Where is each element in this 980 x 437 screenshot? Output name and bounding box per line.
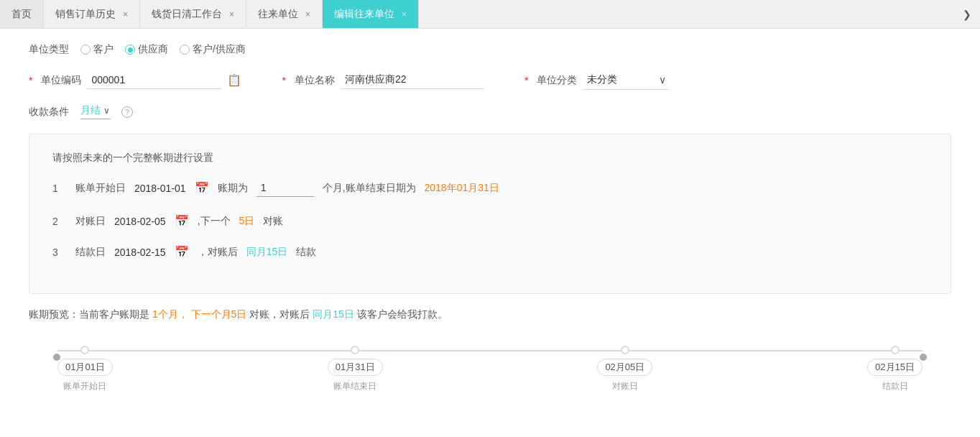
radio-customer[interactable]: 客户 — [80, 43, 114, 56]
required-star: * — [524, 75, 528, 86]
tab-sales-history-label: 销售订单历史 — [55, 8, 116, 21]
tab-home[interactable]: 首页 — [0, 0, 44, 28]
reconcile-date-value: 2018-02-05 — [114, 216, 166, 227]
point-circle-3 — [621, 346, 629, 354]
calendar-icon-1[interactable]: 📅 — [195, 181, 209, 195]
timeline-start-dot — [53, 354, 60, 361]
unit-name-input[interactable] — [341, 71, 484, 89]
unit-category-group: * 单位分类 未分类 ∨ — [524, 70, 669, 90]
radio-supplier-label: 供应商 — [138, 43, 168, 56]
payment-day-highlight: 同月15日 — [246, 246, 288, 259]
unit-code-input[interactable] — [87, 71, 221, 89]
close-icon[interactable]: × — [402, 9, 407, 19]
timeline-end-dot — [920, 354, 927, 361]
calendar-icon-2[interactable]: 📅 — [175, 214, 189, 228]
period-title: 请按照未来的一个完整帐期进行设置 — [52, 152, 928, 165]
close-icon[interactable]: × — [123, 9, 128, 19]
tab-sales-history[interactable]: 销售订单历史 × — [44, 0, 140, 28]
unit-code-group: * 单位编码 📋 — [29, 71, 241, 89]
payment-terms-value: 月结 — [80, 104, 101, 117]
close-icon[interactable]: × — [229, 9, 234, 19]
required-star: * — [282, 75, 285, 86]
tab-edit-partner-label: 编辑往来单位 — [334, 8, 394, 21]
point-label-2: 01月31日 — [328, 359, 383, 376]
reconcile-day-highlight: 5日 — [239, 215, 255, 228]
calendar-icon-3[interactable]: 📅 — [175, 245, 189, 259]
timeline-point-3: 02月05日 对账日 — [597, 346, 652, 392]
timeline-point-1: 01月01日 账单开始日 — [57, 346, 113, 392]
help-icon[interactable]: ? — [121, 106, 133, 118]
radio-customer-label: 客户 — [93, 43, 114, 56]
unit-info-row: * 单位编码 📋 * 单位名称 * 单位分类 未分类 ∨ — [29, 70, 951, 90]
start-date-value: 2018-01-01 — [134, 183, 186, 194]
timeline-point-4: 02月15日 结款日 — [867, 346, 923, 392]
point-label-3: 02月05日 — [597, 359, 652, 376]
reconcile-suffix: 对账 — [263, 215, 283, 228]
tab-bar: 首页 销售订单历史 × 钱货日清工作台 × 往来单位 × 编辑往来单位 × ❯ — [0, 0, 980, 29]
tab-edit-partner[interactable]: 编辑往来单位 × — [323, 0, 419, 28]
period-label-1: 账单开始日 — [75, 182, 126, 195]
point-sublabel-3: 对账日 — [612, 380, 638, 392]
point-sublabel-4: 结款日 — [882, 380, 908, 392]
period-row-3: 3 结款日 2018-02-15 📅 ，对账后 同月15日 结款 — [52, 245, 928, 259]
unit-code-label: 单位编码 — [41, 74, 81, 87]
radio-supplier[interactable]: 供应商 — [125, 43, 168, 56]
payment-prefix: ，对账后 — [198, 246, 238, 259]
point-sublabel-2: 账单结束日 — [333, 380, 376, 392]
preview-label: 账期预览：当前客户账期是 — [29, 308, 149, 320]
period-row-2: 2 对账日 2018-02-05 📅 ,下一个 5日 对账 — [52, 214, 928, 228]
chevron-down-icon[interactable]: ∨ — [656, 74, 669, 86]
radio-circle-customer — [80, 45, 91, 55]
payment-suffix: 结款 — [296, 246, 316, 259]
radio-both-label: 客户/供应商 — [193, 43, 246, 56]
tab-cash-work[interactable]: 钱货日清工作台 × — [140, 0, 246, 28]
radio-both[interactable]: 客户/供应商 — [180, 43, 246, 56]
tab-cash-work-label: 钱货日清工作台 — [152, 8, 222, 21]
preview-part1: 1个月， — [152, 308, 188, 320]
period-months-input[interactable] — [256, 179, 314, 197]
main-content: 单位类型 客户 供应商 客户/供应商 * 单位编码 📋 * 单位名称 — [0, 29, 980, 437]
period-num-1: 1 — [52, 183, 67, 194]
close-icon[interactable]: × — [305, 9, 310, 19]
unit-type-radio-group: 客户 供应商 客户/供应商 — [80, 43, 246, 56]
radio-circle-both — [180, 45, 190, 55]
point-label-4: 02月15日 — [867, 359, 923, 376]
unit-category-select[interactable]: 未分类 ∨ — [583, 70, 669, 90]
unit-type-row: 单位类型 客户 供应商 客户/供应商 — [29, 43, 951, 56]
chevron-down-icon[interactable]: ∨ — [103, 106, 110, 116]
tab-home-label: 首页 — [11, 8, 32, 21]
period-row-1: 1 账单开始日 2018-01-01 📅 账期为 个月,账单结束日期为 2018… — [52, 179, 928, 197]
unit-category-label: 单位分类 — [537, 74, 577, 87]
period-months-suffix: 个月,账单结束日期为 — [323, 182, 416, 195]
preview-middle: 对账，对账后 — [249, 308, 310, 320]
timeline-point-2: 01月31日 账单结束日 — [328, 346, 383, 392]
unit-category-value: 未分类 — [583, 70, 656, 89]
timeline-points: 01月01日 账单开始日 01月31日 账单结束日 02月05日 对账日 02月… — [29, 346, 951, 392]
period-settings-box: 请按照未来的一个完整帐期进行设置 1 账单开始日 2018-01-01 📅 账期… — [29, 134, 951, 294]
end-date-highlight: 2018年01月31日 — [425, 182, 499, 195]
required-star: * — [29, 75, 32, 86]
tab-more-button[interactable]: ❯ — [954, 0, 980, 28]
reconcile-prefix: ,下一个 — [198, 215, 231, 228]
preview-part2: 下一个月5日 — [191, 308, 247, 320]
point-circle-4 — [891, 346, 900, 354]
period-label-3: 结款日 — [75, 246, 106, 259]
unit-name-group: * 单位名称 — [282, 71, 484, 89]
point-sublabel-1: 账单开始日 — [63, 380, 106, 392]
timeline: 01月01日 账单开始日 01月31日 账单结束日 02月05日 对账日 02月… — [29, 339, 951, 414]
period-num-2: 2 — [52, 216, 67, 227]
payment-terms-label: 收款条件 — [29, 106, 69, 119]
radio-circle-supplier — [125, 45, 135, 55]
point-label-1: 01月01日 — [57, 359, 113, 376]
preview-end: 该客户会给我打款。 — [357, 308, 448, 320]
point-circle-1 — [80, 346, 89, 354]
unit-name-label: 单位名称 — [295, 74, 335, 87]
point-circle-2 — [351, 346, 359, 354]
payment-terms-dropdown[interactable]: 月结 ∨ — [80, 104, 110, 119]
period-for-label: 账期为 — [218, 182, 248, 195]
payment-terms-row: 收款条件 月结 ∨ ? — [29, 104, 951, 119]
copy-icon[interactable]: 📋 — [227, 73, 241, 87]
tab-partner[interactable]: 往来单位 × — [246, 0, 323, 28]
period-num-3: 3 — [52, 247, 67, 258]
period-label-2: 对账日 — [75, 215, 106, 228]
